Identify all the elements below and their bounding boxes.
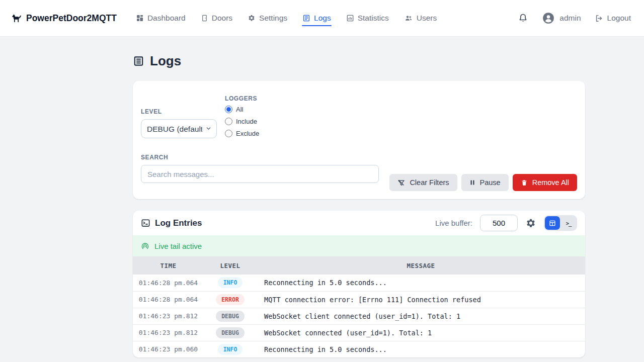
log-row[interactable]: 01:46:23 pm.060INFOReconnecting in 5.0 s… [133, 341, 585, 357]
top-bar-right: admin Logout [518, 12, 631, 25]
nav-item-dashboard[interactable]: Dashboard [136, 0, 186, 36]
settings-gear-icon[interactable] [525, 218, 536, 229]
log-time: 01:46:23 pm.812 [133, 308, 204, 324]
log-message: MQTT connection error: [Errno 111] Conne… [257, 291, 585, 308]
log-entries-title: Log Entries [155, 218, 202, 228]
nav-label: Logs [314, 14, 331, 23]
log-table-header-row: TIME LEVEL MESSAGE [133, 256, 585, 275]
live-tail-text: Live tail active [154, 242, 202, 250]
loggers-label: LOGGERS [225, 95, 259, 102]
log-entries-controls: Live buffer: [435, 215, 577, 231]
dashboard-grid-icon [136, 14, 144, 22]
avatar-icon [542, 12, 555, 25]
terminal-square-icon [141, 218, 150, 228]
search-group: SEARCH [141, 154, 379, 183]
level-badge: INFO [218, 277, 243, 288]
trash-icon [521, 179, 528, 187]
user-menu[interactable]: admin [542, 12, 581, 25]
filter-x-icon [397, 179, 405, 187]
username: admin [559, 14, 581, 23]
column-header-level[interactable]: LEVEL [204, 256, 257, 275]
radio-label: Include [236, 118, 257, 125]
table-view-icon [549, 220, 556, 227]
log-message: WebSocket connected (user_id=1). Total: … [257, 324, 585, 341]
log-time: 01:46:23 pm.060 [133, 341, 204, 357]
logout-icon [595, 14, 603, 23]
door-icon [201, 14, 208, 22]
log-entries-header: Log Entries Live buffer: [133, 211, 585, 235]
live-tail-banner: Live tail active [133, 235, 585, 256]
log-row[interactable]: 01:46:28 pm.064ERRORMQTT connection erro… [133, 291, 585, 308]
clear-filters-label: Clear Filters [410, 178, 449, 187]
log-row[interactable]: 01:46:23 pm.812DEBUGWebSocket connected … [133, 324, 585, 341]
nav-label: Dashboard [147, 14, 186, 23]
log-level-cell: INFO [204, 275, 257, 291]
log-level-cell: ERROR [204, 291, 257, 308]
log-level-cell: INFO [204, 341, 257, 357]
level-filter-group: LEVEL DEBUG (default) [141, 108, 217, 138]
level-label: LEVEL [141, 108, 217, 115]
log-entries-card: Log Entries Live buffer: [133, 211, 585, 357]
nav-item-doors[interactable]: Doors [201, 0, 232, 36]
log-row[interactable]: 01:46:23 pm.812DEBUGWebSocket client con… [133, 308, 585, 324]
nav-item-users[interactable]: Users [404, 0, 437, 36]
logout-label: Logout [607, 14, 631, 23]
pause-icon [469, 179, 475, 186]
live-buffer-label: Live buffer: [435, 219, 472, 227]
nav-item-statistics[interactable]: Statistics [346, 0, 389, 36]
brand-title: PowerPetDoor2MQTT [26, 13, 117, 24]
level-badge: INFO [218, 344, 243, 355]
loggers-radio-all[interactable]: All [225, 104, 259, 114]
main-nav: Dashboard Doors Settings [136, 0, 437, 36]
logout-button[interactable]: Logout [595, 14, 631, 23]
top-bar: PowerPetDoor2MQTT Dashboard Doors [0, 0, 644, 37]
logs-page-icon [133, 55, 144, 67]
page-title: Logs [150, 53, 181, 69]
gear-icon [248, 14, 256, 22]
loggers-radio-include[interactable]: Include [225, 116, 259, 126]
level-select[interactable]: DEBUG (default) [141, 119, 217, 138]
view-toggle: >_ [544, 215, 577, 231]
log-time: 01:46:23 pm.812 [133, 324, 204, 341]
log-table-body: 01:46:28 pm.064INFOReconnecting in 5.0 s… [133, 275, 585, 357]
filter-actions: Clear Filters Pause [389, 174, 577, 191]
nav-label: Doors [212, 14, 232, 23]
radio-all[interactable] [225, 106, 232, 113]
live-buffer-input[interactable] [480, 215, 518, 231]
radio-include[interactable] [225, 118, 232, 125]
search-input[interactable] [141, 165, 379, 183]
level-badge: DEBUG [216, 327, 245, 338]
log-level-cell: DEBUG [204, 324, 257, 341]
log-row[interactable]: 01:46:28 pm.064INFOReconnecting in 5.0 s… [133, 275, 585, 291]
radio-exclude[interactable] [225, 130, 232, 137]
app-brand[interactable]: PowerPetDoor2MQTT [11, 13, 117, 24]
radio-label: Exclude [236, 130, 259, 137]
users-icon [404, 14, 413, 22]
logs-doc-icon [302, 14, 310, 22]
main-content: Logs LEVEL DEBUG (default) LOGGE [133, 53, 585, 357]
log-level-cell: DEBUG [204, 308, 257, 324]
loggers-filter-group: LOGGERS All Include Exclude [225, 95, 259, 138]
terminal-view-icon: >_ [566, 220, 572, 226]
nav-item-logs[interactable]: Logs [302, 0, 331, 36]
log-message: WebSocket client connected (user_id=1). … [257, 308, 585, 324]
filters-card: LEVEL DEBUG (default) LOGGERS Al [133, 81, 585, 199]
pause-button[interactable]: Pause [461, 174, 509, 191]
notifications-bell-icon[interactable] [518, 13, 528, 24]
log-table: TIME LEVEL MESSAGE 01:46:28 pm.064INFORe… [133, 256, 585, 357]
column-header-message[interactable]: MESSAGE [257, 256, 585, 275]
column-header-time[interactable]: TIME [133, 256, 204, 275]
level-badge: ERROR [216, 294, 245, 305]
pause-label: Pause [480, 178, 501, 187]
nav-label: Settings [259, 14, 287, 23]
loggers-radio-exclude[interactable]: Exclude [225, 128, 259, 138]
clear-filters-button[interactable]: Clear Filters [389, 174, 457, 191]
page-title-row: Logs [133, 53, 585, 69]
remove-all-button[interactable]: Remove All [513, 174, 577, 191]
log-entries-title-group: Log Entries [141, 218, 202, 228]
nav-label: Users [417, 14, 437, 23]
table-view-button[interactable] [545, 216, 560, 230]
radio-label: All [236, 106, 243, 113]
nav-item-settings[interactable]: Settings [248, 0, 287, 36]
terminal-view-button[interactable]: >_ [561, 216, 576, 230]
